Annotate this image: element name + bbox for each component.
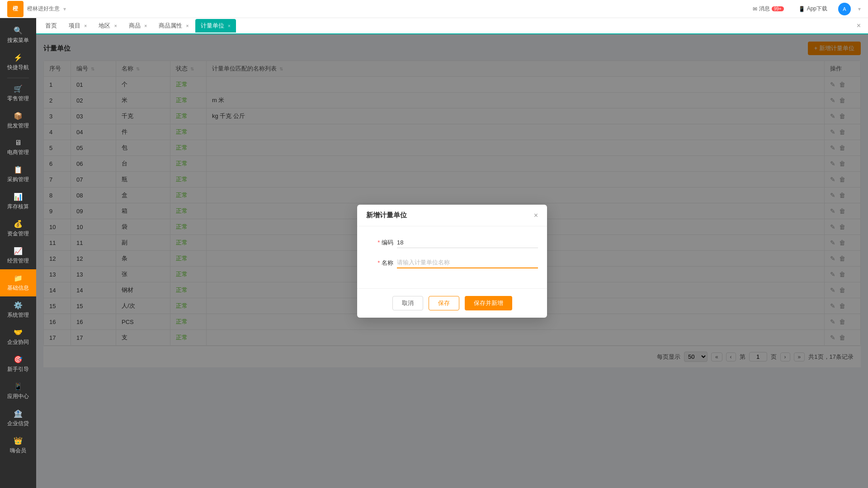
sidebar-item-retail[interactable]: 🛒 零售管理 xyxy=(0,80,36,107)
sidebar-item-label: 新手引导 xyxy=(7,366,29,373)
sidebar-item-cooperation[interactable]: 🤝 企业协同 xyxy=(0,324,36,351)
retail-icon: 🛒 xyxy=(14,84,23,93)
sidebar-divider xyxy=(7,78,29,78)
avatar-dropdown-icon[interactable]: ▾ xyxy=(858,6,861,12)
newbie-icon: 🎯 xyxy=(14,355,23,364)
sidebar-item-label: 企业信贷 xyxy=(7,420,29,427)
modal-header: 新增计量单位 × xyxy=(357,205,547,226)
tab-close-project[interactable]: × xyxy=(84,23,87,28)
search-menu-icon: 🔍 xyxy=(14,26,23,35)
vip-icon: 👑 xyxy=(14,436,23,445)
tab-product[interactable]: 商品 × xyxy=(123,19,152,33)
sidebar-item-label: 应用中心 xyxy=(7,393,29,400)
sidebar: 🔍 搜索菜单 ⚡ 快捷导航 🛒 零售管理 📦 批发管理 🖥 电商管理 📋 采购管… xyxy=(0,18,36,488)
sidebar-item-label: 系统管理 xyxy=(7,311,29,319)
sidebar-item-label: 电商管理 xyxy=(7,149,29,156)
app-download-button[interactable]: 📱 App下载 xyxy=(795,3,831,14)
sidebar-item-label: 批发管理 xyxy=(7,122,29,130)
sidebar-item-finance[interactable]: 💰 资金管理 xyxy=(0,215,36,242)
tab-product-attr[interactable]: 商品属性 × xyxy=(153,19,194,33)
sidebar-item-system[interactable]: ⚙️ 系统管理 xyxy=(0,296,36,324)
sidebar-item-label: 资金管理 xyxy=(7,230,29,238)
sidebar-item-wholesale[interactable]: 📦 批发管理 xyxy=(0,107,36,134)
sidebar-item-inventory[interactable]: 📊 库存核算 xyxy=(0,188,36,215)
sidebar-item-label: 企业协同 xyxy=(7,338,29,346)
sidebar-item-label: 零售管理 xyxy=(7,95,29,103)
name-label: 名称 xyxy=(366,259,393,267)
sidebar-item-vip[interactable]: 👑 嗨会员 xyxy=(0,432,36,459)
logo-area: 橙 橙林进好生意 ▾ xyxy=(7,1,66,17)
form-row-code: 编码 xyxy=(366,237,538,248)
main-layout: 🔍 搜索菜单 ⚡ 快捷导航 🛒 零售管理 📦 批发管理 🖥 电商管理 📋 采购管… xyxy=(0,18,868,488)
system-icon: ⚙️ xyxy=(14,301,23,310)
sidebar-item-label: 搜索菜单 xyxy=(7,37,29,44)
logo-text: 橙林进好生意 xyxy=(27,5,60,13)
message-icon: ✉ xyxy=(753,6,757,12)
sidebar-item-label: 库存核算 xyxy=(7,203,29,211)
tab-bar: 首页 项目 × 地区 × 商品 × 商品属性 × 计量单位 × xyxy=(36,18,868,34)
basic-info-icon: 📁 xyxy=(14,274,23,282)
purchase-icon: 📋 xyxy=(14,165,23,174)
inventory-icon: 📊 xyxy=(14,192,23,201)
sidebar-item-search-menu[interactable]: 🔍 搜索菜单 xyxy=(0,22,36,49)
tab-unit[interactable]: 计量单位 × xyxy=(195,19,236,33)
top-header: 橙 橙林进好生意 ▾ ✉ 消息 99+ 📱 App下载 A ▾ xyxy=(0,0,868,18)
tab-close-product[interactable]: × xyxy=(144,23,147,28)
tab-close-unit[interactable]: × xyxy=(228,23,231,28)
save-button[interactable]: 保存 xyxy=(429,296,459,310)
sidebar-item-newbie[interactable]: 🎯 新手引导 xyxy=(0,351,36,378)
message-badge: 99+ xyxy=(772,6,784,11)
code-input[interactable] xyxy=(397,237,538,248)
tab-home[interactable]: 首页 xyxy=(40,19,62,33)
sidebar-item-ecom[interactable]: 🖥 电商管理 xyxy=(0,134,36,161)
sidebar-item-operation[interactable]: 📈 经营管理 xyxy=(0,242,36,269)
wholesale-icon: 📦 xyxy=(14,112,23,120)
message-button[interactable]: ✉ 消息 99+ xyxy=(749,3,788,14)
modal-body: 编码 名称 xyxy=(357,226,547,288)
tab-close-region[interactable]: × xyxy=(114,23,117,28)
sidebar-item-label: 采购管理 xyxy=(7,176,29,183)
tab-project[interactable]: 项目 × xyxy=(63,19,92,33)
modal-footer: 取消 保存 保存并新增 xyxy=(357,288,547,318)
finance-icon: 💰 xyxy=(14,220,23,228)
code-label: 编码 xyxy=(366,239,393,247)
name-input[interactable] xyxy=(397,257,538,268)
avatar[interactable]: A xyxy=(838,3,851,15)
sidebar-item-app-center[interactable]: 📱 应用中心 xyxy=(0,378,36,405)
save-and-new-button[interactable]: 保存并新增 xyxy=(465,296,512,310)
add-unit-modal: 新增计量单位 × 编码 名称 取消 xyxy=(357,205,547,318)
sidebar-item-label: 经营管理 xyxy=(7,257,29,265)
app-center-icon: 📱 xyxy=(14,382,23,391)
sidebar-item-enterprise-credit[interactable]: 🏦 企业信贷 xyxy=(0,405,36,432)
tab-bar-close[interactable]: × xyxy=(853,22,864,30)
sidebar-item-purchase[interactable]: 📋 采购管理 xyxy=(0,161,36,188)
enterprise-credit-icon: 🏦 xyxy=(14,409,23,418)
header-right: ✉ 消息 99+ 📱 App下载 A ▾ xyxy=(749,3,861,15)
sidebar-item-label: 快捷导航 xyxy=(7,64,29,71)
cooperation-icon: 🤝 xyxy=(14,328,23,337)
sidebar-item-label: 嗨会员 xyxy=(10,447,26,455)
download-icon: 📱 xyxy=(798,6,805,12)
sidebar-item-label: 基础信息 xyxy=(7,284,29,292)
header-dropdown-icon[interactable]: ▾ xyxy=(63,6,66,12)
quick-nav-icon: ⚡ xyxy=(14,53,23,62)
page-area: 计量单位 + 新增计量单位 序号 编号 ⇅ xyxy=(36,34,868,488)
cancel-button[interactable]: 取消 xyxy=(392,296,423,310)
ecom-icon: 🖥 xyxy=(14,139,22,147)
operation-icon: 📈 xyxy=(14,247,23,255)
tab-region[interactable]: 地区 × xyxy=(93,19,122,33)
tab-close-product-attr[interactable]: × xyxy=(186,23,189,28)
sidebar-item-quick-nav[interactable]: ⚡ 快捷导航 xyxy=(0,49,36,76)
modal-overlay[interactable]: 新增计量单位 × 编码 名称 取消 xyxy=(36,34,868,488)
modal-close-button[interactable]: × xyxy=(534,212,538,219)
form-row-name: 名称 xyxy=(366,257,538,268)
logo-icon: 橙 xyxy=(7,1,24,17)
main-content: 首页 项目 × 地区 × 商品 × 商品属性 × 计量单位 × xyxy=(36,18,868,488)
sidebar-item-basic-info[interactable]: 📁 基础信息 xyxy=(0,269,36,296)
modal-title: 新增计量单位 xyxy=(366,211,407,220)
